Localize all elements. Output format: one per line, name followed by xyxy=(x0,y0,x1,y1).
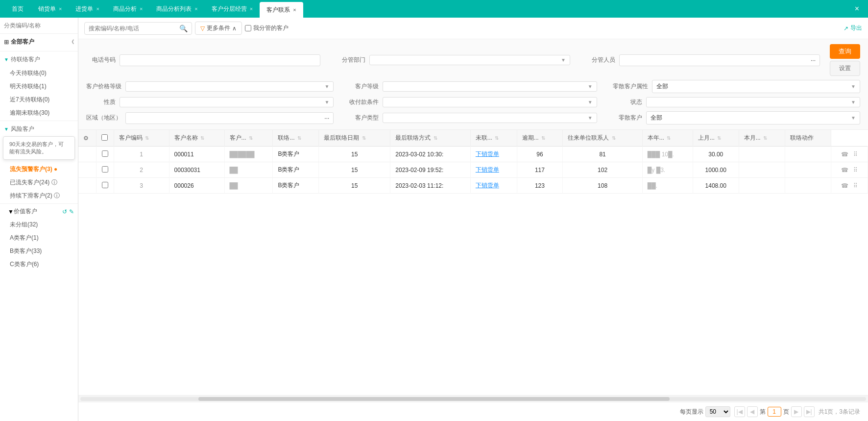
filter-customer-level-select[interactable]: ▼ xyxy=(383,81,597,92)
settings-button[interactable]: 设置 xyxy=(830,61,860,76)
filter-person: 分管人员 ··· xyxy=(586,54,820,66)
first-page-button[interactable]: |◀ xyxy=(734,406,745,417)
filter-payment-select[interactable]: ▼ xyxy=(383,97,597,107)
filter-customer-type-select[interactable]: ▼ xyxy=(383,113,597,123)
sort-no-contact-icon[interactable]: ⇅ xyxy=(495,135,499,141)
close-tab-goods-analysis[interactable]: × xyxy=(140,6,143,12)
sort-last-type-icon[interactable]: ⇅ xyxy=(434,135,437,141)
sort-name-icon[interactable]: ⇅ xyxy=(200,135,204,141)
sidebar-item-overdue[interactable]: 逾期未联络(30) xyxy=(0,106,78,120)
chevron-down-icon-payment: ▼ xyxy=(588,99,593,105)
filter-price-level-select[interactable]: ▼ xyxy=(125,81,334,92)
row-action-icon-2[interactable]: ⠿ xyxy=(853,182,858,189)
more-conditions-button[interactable]: ▽ 更多条件 ∧ xyxy=(195,22,242,35)
search-button[interactable]: 🔍 xyxy=(179,25,188,32)
tab-purchase[interactable]: 进货单 × xyxy=(69,0,106,18)
sidebar-item-churn-warning[interactable]: 流失预警客户(3) ● xyxy=(0,163,78,176)
row-action-icon-2[interactable]: ⠿ xyxy=(853,151,858,158)
horizontal-scrollbar[interactable] xyxy=(78,395,868,402)
tab-customer-tier[interactable]: 客户分层经营 × xyxy=(205,0,260,18)
tab-goods-list[interactable]: 商品分析列表 × xyxy=(149,0,204,18)
filter-zero-customer-select[interactable]: 全部 ▼ xyxy=(646,111,860,124)
select-all-checkbox[interactable] xyxy=(101,134,108,141)
pagination: 每页显示 50 100 200 |◀ ◀ 第 1 页 ▶ ▶| 共1页，3条记录 xyxy=(78,402,868,421)
sort-date-icon[interactable]: ⇅ xyxy=(362,135,366,141)
sidebar-search-area: 🔍 xyxy=(0,18,78,34)
sidebar-item-ungroup[interactable]: 未分组(32) xyxy=(0,218,78,231)
row-contact-count: 15 xyxy=(319,162,390,178)
filter-gender-select[interactable]: ▼ xyxy=(120,97,334,107)
chevron-down-icon-zero-customer: ▼ xyxy=(851,115,856,121)
sidebar-group-risk[interactable]: ▼ 风险客户 xyxy=(0,122,78,136)
row-action-icon-1[interactable]: ☎ xyxy=(841,151,848,158)
row-last-type[interactable]: 下销货单 xyxy=(470,178,517,194)
sort-contact-icon[interactable]: ⇅ xyxy=(297,135,301,141)
sidebar-item-7days[interactable]: 近7天待联络(0) xyxy=(0,93,78,106)
filter-dept-select[interactable]: ▼ xyxy=(369,55,570,65)
sort-type-icon[interactable]: ⇅ xyxy=(249,135,253,141)
search-input[interactable] xyxy=(89,25,179,32)
close-tab-customer-contact[interactable]: × xyxy=(293,7,296,13)
filter-gender: 性质 ▼ xyxy=(86,97,334,107)
filter-area-select[interactable]: ··· xyxy=(125,112,334,124)
row-select-checkbox[interactable] xyxy=(102,166,108,173)
export-button[interactable]: ↗ 导出 xyxy=(844,24,862,32)
filter-price-level: 客户价格等级 ▼ xyxy=(86,81,334,92)
tab-goods-analysis[interactable]: 商品分析 × xyxy=(106,0,149,18)
close-tab-customer-tier[interactable]: × xyxy=(250,6,253,12)
last-page-button[interactable]: ▶| xyxy=(804,406,815,417)
sidebar-group-pending[interactable]: ▼ 待联络客户 xyxy=(0,52,78,67)
row-last-type[interactable]: 下销货单 xyxy=(470,147,517,162)
my-customers-checkbox[interactable] xyxy=(245,25,251,31)
sidebar-item-class-c[interactable]: C类客户(6) xyxy=(0,258,78,271)
sort-last-month-icon[interactable]: ⇅ xyxy=(717,135,721,141)
sidebar-item-today[interactable]: 今天待联络(0) xyxy=(0,67,78,80)
sidebar-item-tomorrow[interactable]: 明天待联络(1) xyxy=(0,80,78,93)
row-action-icon-1[interactable]: ☎ xyxy=(841,182,848,189)
more-dots-person[interactable]: ··· xyxy=(811,57,816,64)
row-action-icon-1[interactable]: ☎ xyxy=(841,167,848,173)
filter-person-select[interactable]: ··· xyxy=(619,54,820,66)
close-tab-purchase[interactable]: × xyxy=(96,6,99,12)
filter-phone-input[interactable] xyxy=(120,54,320,66)
filter-status-select[interactable]: ▼ xyxy=(646,97,860,107)
row-last-date: 2023-02-09 19:52: xyxy=(390,162,471,178)
query-button[interactable]: 查询 xyxy=(830,44,860,59)
refresh-icon[interactable]: ↺ xyxy=(62,208,67,215)
sort-overdue-icon[interactable]: ⇅ xyxy=(541,135,545,141)
window-close-button[interactable]: × xyxy=(850,4,864,13)
row-action-icon-2[interactable]: ⠿ xyxy=(853,167,858,173)
tab-customer-contact[interactable]: 客户联系 × xyxy=(260,2,303,18)
tab-sales[interactable]: 销货单 × xyxy=(31,0,69,18)
sidebar-all-customers[interactable]: ⊞ 全部客户 《 xyxy=(0,34,78,50)
row-last-type[interactable]: 下销货单 xyxy=(470,162,517,178)
filter-row-4: 区域（地区） ··· 客户类型 ▼ 零散客户 全部 xyxy=(86,111,860,124)
sort-code-icon[interactable]: ⇅ xyxy=(145,135,149,141)
next-page-button[interactable]: ▶ xyxy=(791,406,802,417)
filter-zero-attr-select[interactable]: 全部 ▼ xyxy=(652,80,860,93)
sidebar-item-declining[interactable]: 持续下滑客户(2) ⓘ xyxy=(0,189,78,202)
sidebar-item-churned[interactable]: 已流失客户(24) ⓘ xyxy=(0,176,78,189)
scroll-thumb[interactable] xyxy=(198,397,670,401)
row-no-contact: 96 xyxy=(517,147,563,162)
table-settings-icon[interactable]: ⚙ xyxy=(83,135,89,142)
sidebar-item-class-b[interactable]: B类客户(33) xyxy=(0,245,78,258)
chevron-down-icon-gender: ▼ xyxy=(324,99,329,105)
close-tab-goods-list[interactable]: × xyxy=(194,6,197,12)
sidebar-group-value[interactable]: ▼ 价值客户 ↺ ✎ xyxy=(0,205,78,218)
more-dots-area[interactable]: ··· xyxy=(324,115,329,122)
sidebar-item-class-a[interactable]: A类客户(1) xyxy=(0,231,78,245)
edit-icon[interactable]: ✎ xyxy=(69,208,74,215)
tab-home[interactable]: 首页 xyxy=(4,0,31,18)
sort-this-year-icon[interactable]: ⇅ xyxy=(667,135,671,141)
close-tab-sales[interactable]: × xyxy=(59,6,62,12)
sort-contact-person-icon[interactable]: ⇅ xyxy=(612,135,616,141)
sort-this-month-icon[interactable]: ⇅ xyxy=(763,135,767,141)
sidebar-search-input[interactable] xyxy=(4,22,77,29)
current-page-input[interactable]: 1 xyxy=(768,407,781,417)
row-select-checkbox[interactable] xyxy=(102,150,108,157)
row-select-checkbox[interactable] xyxy=(102,182,108,188)
my-customers-checkbox-label[interactable]: 我分管的客户 xyxy=(245,24,289,32)
page-size-select[interactable]: 50 100 200 xyxy=(705,406,730,417)
prev-page-button[interactable]: ◀ xyxy=(747,406,758,417)
